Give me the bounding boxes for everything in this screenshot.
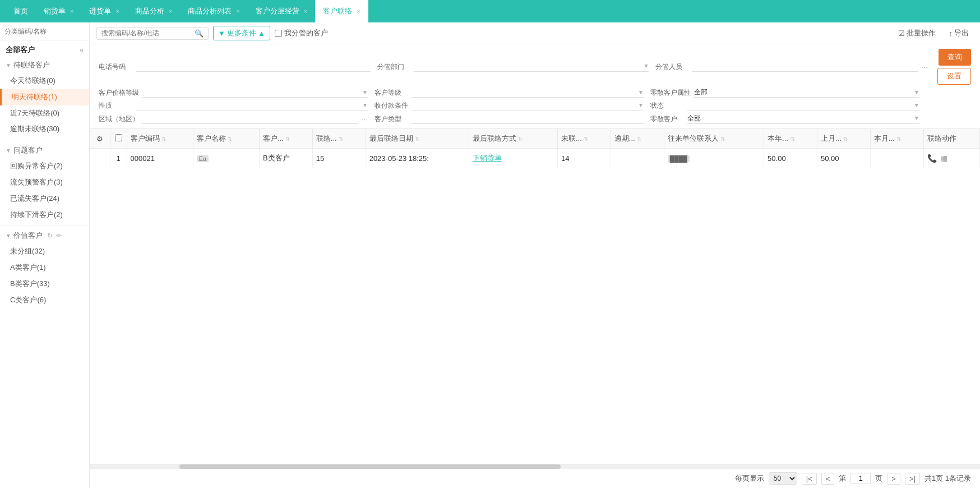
sidebar-item-churned[interactable]: 已流失客户(24) <box>0 191 89 207</box>
nav-purchase[interactable]: 进货单 × <box>81 0 127 22</box>
payment-select[interactable] <box>412 101 644 109</box>
nav-purchase-close[interactable]: × <box>115 8 119 15</box>
contact-person-sort-icon[interactable]: ⇅ <box>720 136 725 142</box>
export-btn[interactable]: ↑ 导出 <box>945 26 974 40</box>
price-grade-select[interactable] <box>142 88 368 96</box>
sidebar-item-tomorrow[interactable]: 明天待联络(1) <box>0 89 89 105</box>
action-grid-icon[interactable]: ▦ <box>940 154 947 163</box>
nav-product-analysis-close[interactable]: × <box>169 8 172 15</box>
retail-attr-select-wrap: 全部 ▼ <box>694 88 919 98</box>
type-sort-icon[interactable]: ⇅ <box>285 136 290 142</box>
filter-icon: ▼ <box>218 29 225 38</box>
adv-cell-payment: 收付款条件 ▼ <box>375 101 650 111</box>
contact-count-sort-icon[interactable]: ⇅ <box>339 136 343 142</box>
nav-sales[interactable]: 销货单 × <box>36 0 81 22</box>
region-dots-btn[interactable]: ··· <box>362 115 368 123</box>
this-month-sort-icon[interactable]: ⇅ <box>896 136 901 142</box>
sidebar-item-repurchase-abnormal[interactable]: 回购异常客户(2) <box>0 158 89 174</box>
status-select[interactable] <box>687 101 919 109</box>
page-input[interactable] <box>850 473 871 484</box>
search-input[interactable] <box>101 29 192 37</box>
more-conditions-btn[interactable]: ▼ 更多条件 ▲ <box>213 26 270 40</box>
all-customers-header[interactable]: 全部客户 « <box>0 40 89 57</box>
action-phone-icon[interactable]: 📞 <box>927 154 937 163</box>
name-sort-icon[interactable]: ⇅ <box>228 136 232 142</box>
sidebar-item-churn-warning[interactable]: 流失预警客户(3) <box>0 174 89 191</box>
nav-customer-contact[interactable]: 客户联络 × <box>315 0 368 22</box>
code-sort-icon[interactable]: ⇅ <box>161 136 166 142</box>
nav-product-analysis[interactable]: 商品分析 × <box>127 0 180 22</box>
per-page-select[interactable]: 50 10 20 100 <box>769 472 797 485</box>
payment-label: 收付款条件 <box>375 101 408 111</box>
my-customers-checkbox[interactable] <box>275 30 282 37</box>
problem-arrow: ▼ <box>6 148 11 154</box>
th-check <box>110 129 127 149</box>
nature-select[interactable] <box>136 101 368 109</box>
th-type: 客户... ⇅ <box>259 129 312 149</box>
my-customers-wrap: 我分管的客户 <box>275 28 328 38</box>
last-month-sort-icon[interactable]: ⇅ <box>843 136 848 142</box>
sidebar-item-class-a[interactable]: A类客户(1) <box>0 260 89 276</box>
sidebar-item-ungrouped[interactable]: 未分组(32) <box>0 243 89 260</box>
sidebar-item-today[interactable]: 今天待联络(0) <box>0 73 89 89</box>
dept-select[interactable] <box>414 62 649 70</box>
this-year-sort-icon[interactable]: ⇅ <box>791 136 795 142</box>
adv-filter-row-3: 性质 ▼ 收付款条件 ▼ <box>99 101 971 111</box>
adv-action-btns: 查询 设置 <box>934 49 971 85</box>
sidebar-divider-1 <box>0 140 89 140</box>
value-refresh-icon[interactable]: ↻ <box>47 232 53 240</box>
search-icon[interactable]: 🔍 <box>195 29 204 38</box>
scroll-thumb[interactable] <box>179 464 561 469</box>
nav-home[interactable]: 首页 <box>6 0 36 22</box>
nav-sales-close[interactable]: × <box>70 8 73 15</box>
region-input[interactable] <box>142 114 358 122</box>
nav-product-list-close[interactable]: × <box>236 8 239 15</box>
batch-op-btn[interactable]: ☑ 批量操作 <box>894 26 940 40</box>
set-btn[interactable]: 设置 <box>937 68 971 85</box>
next-page-btn[interactable]: > <box>887 473 900 485</box>
last-page-btn[interactable]: >| <box>905 473 920 485</box>
td-type: B类客户 <box>259 149 312 168</box>
sidebar-item-class-c[interactable]: C类客户(6) <box>0 292 89 309</box>
first-page-btn[interactable]: |< <box>802 473 817 485</box>
last-page-icon: >| <box>909 475 916 483</box>
sidebar-item-declining[interactable]: 持续下滑客户(2) <box>0 207 89 223</box>
manager-input[interactable] <box>692 62 918 70</box>
nav-product-list[interactable]: 商品分析列表 × <box>180 0 247 22</box>
phone-input[interactable] <box>136 62 371 70</box>
last-method-link[interactable]: 下销货单 <box>473 154 502 162</box>
value-group[interactable]: ▼ 价值客户 ↻ ✏ <box>0 228 89 243</box>
sidebar-item-7days[interactable]: 近7天待联络(0) <box>0 105 89 122</box>
gear-icon[interactable]: ⚙ <box>96 135 103 143</box>
table-head: ⚙ 客户编码 ⇅ 客户名称 ⇅ <box>90 129 980 149</box>
more-conditions-chevron: ▲ <box>258 29 265 38</box>
retail-cust-select[interactable]: 全部 <box>687 114 919 122</box>
cust-type-input[interactable] <box>412 114 644 122</box>
retail-attr-select[interactable]: 全部 <box>694 88 919 96</box>
manager-dots-btn[interactable]: ··· <box>921 63 927 71</box>
sidebar-item-overdue[interactable]: 逾期未联络(30) <box>0 121 89 137</box>
cust-grade-select[interactable] <box>412 88 644 96</box>
prev-page-btn[interactable]: < <box>821 473 835 485</box>
sidebar-item-class-b[interactable]: B类客户(33) <box>0 276 89 292</box>
last-method-sort-icon[interactable]: ⇅ <box>518 136 523 142</box>
th-code: 客户编码 ⇅ <box>127 129 193 149</box>
last-date-sort-icon[interactable]: ⇅ <box>415 136 419 142</box>
no-contact-sort-icon[interactable]: ⇅ <box>584 136 588 142</box>
query-btn[interactable]: 查询 <box>939 49 971 66</box>
next-page-icon: > <box>891 475 896 483</box>
nav-customer-segment-close[interactable]: × <box>304 8 307 15</box>
pending-group[interactable]: ▼ 待联络客户 <box>0 57 89 73</box>
overdue-sort-icon[interactable]: ⇅ <box>637 136 641 142</box>
nav-customer-segment[interactable]: 客户分层经营 × <box>248 0 315 22</box>
th-gear: ⚙ <box>90 129 110 149</box>
td-contact-person: ████ <box>664 149 764 168</box>
problem-group[interactable]: ▼ 问题客户 <box>0 142 89 158</box>
sidebar-search-input[interactable] <box>4 27 89 35</box>
value-edit-icon[interactable]: ✏ <box>56 232 62 240</box>
scroll-track[interactable] <box>90 464 980 469</box>
select-all-checkbox[interactable] <box>115 134 122 141</box>
collapse-icon[interactable]: « <box>80 46 84 54</box>
adv-cell-retail-attr: 零散客户属性 全部 ▼ <box>650 88 926 98</box>
nav-customer-contact-close[interactable]: × <box>357 8 360 15</box>
